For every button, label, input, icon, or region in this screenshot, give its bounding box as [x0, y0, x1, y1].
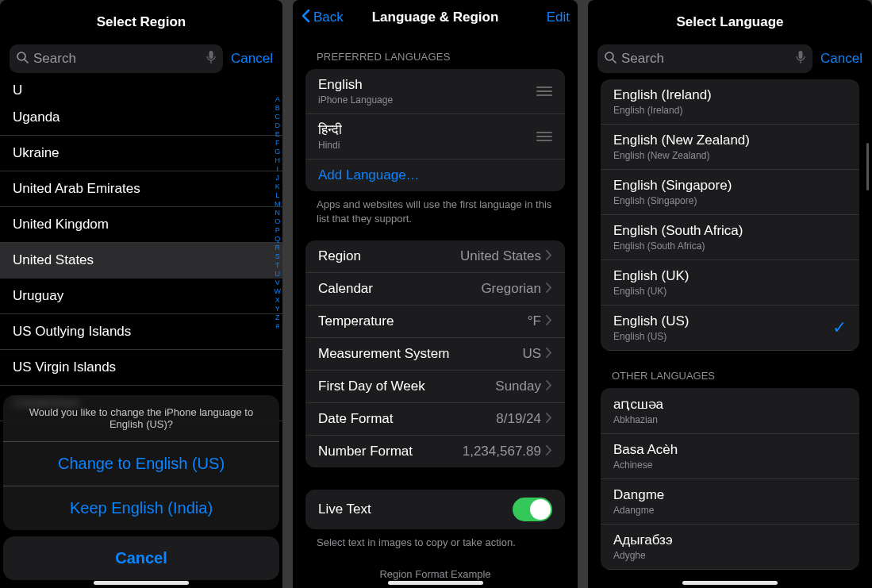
action-sheet-message: Would you like to change the iPhone lang…: [3, 395, 279, 442]
home-indicator[interactable]: [682, 581, 778, 585]
section-header: PREFERRED LANGUAGES: [293, 35, 578, 69]
checkmark-icon: ✓: [832, 317, 847, 338]
add-language-button[interactable]: Add Language…: [305, 159, 565, 191]
region-row[interactable]: RegionUnited States: [305, 240, 565, 273]
section-footer: Apps and websites will use the first lan…: [293, 191, 578, 240]
english-variants-list: English (Ireland)English (Ireland) Engli…: [601, 79, 859, 351]
preferred-language-row[interactable]: English iPhone Language: [305, 69, 565, 114]
page-title: Select Language: [588, 0, 872, 44]
calendar-row[interactable]: CalendarGregorian: [305, 273, 565, 306]
chevron-right-icon: [546, 379, 552, 394]
measurement-row[interactable]: Measurement SystemUS: [305, 338, 565, 371]
drag-handle-icon[interactable]: [536, 132, 552, 141]
svg-line-1: [25, 60, 28, 63]
region-picker-screen: Select Region Search Cancel U Uganda Ukr…: [0, 0, 282, 588]
mic-icon[interactable]: [795, 50, 806, 67]
language-region-screen: Back Language & Region Edit PREFERRED LA…: [293, 0, 578, 588]
list-item[interactable]: Uruguay: [0, 279, 282, 314]
chevron-right-icon: [546, 411, 552, 427]
temperature-row[interactable]: Temperature°F: [305, 306, 565, 338]
action-sheet: Would you like to change the iPhone lang…: [3, 395, 279, 580]
section-header: OTHER LANGUAGES: [588, 351, 872, 388]
date-format-row[interactable]: Date Format8/19/24: [305, 403, 565, 436]
mic-icon[interactable]: [206, 50, 217, 67]
list-item[interactable]: US Outlying Islands: [0, 314, 282, 350]
search-placeholder: Search: [621, 51, 790, 67]
number-format-row[interactable]: Number Format1,234,567.89: [305, 436, 565, 467]
svg-rect-6: [799, 51, 803, 59]
cancel-button[interactable]: Cancel: [820, 51, 862, 67]
language-row[interactable]: English (Ireland)English (Ireland): [601, 79, 859, 125]
drag-handle-icon[interactable]: [536, 86, 552, 96]
cancel-button[interactable]: Cancel: [231, 51, 273, 67]
other-languages-list: аԥсшәаAbkhazian Basa AcèhAchinese Dangme…: [601, 388, 859, 570]
section-header: Region Format Example: [293, 554, 578, 580]
svg-rect-2: [209, 51, 213, 59]
back-button[interactable]: Back: [301, 9, 344, 27]
region-list[interactable]: U Uganda Ukraine United Arab Emirates Un…: [0, 79, 282, 421]
chevron-right-icon: [546, 313, 552, 329]
home-indicator[interactable]: [388, 581, 483, 585]
search-input[interactable]: Search: [10, 44, 223, 73]
chevron-right-icon: [546, 281, 552, 297]
region-settings-list: RegionUnited States CalendarGregorian Te…: [305, 240, 565, 467]
first-day-row[interactable]: First Day of WeekSunday: [305, 371, 565, 403]
alphabet-index-bar[interactable]: ABCDEFGHIJKLMNOPQRSTUVWXYZ#: [275, 95, 282, 331]
search-icon: [16, 51, 29, 67]
scrollbar[interactable]: [866, 143, 869, 190]
list-item[interactable]: Ukraine: [0, 136, 282, 171]
keep-language-button[interactable]: Keep English (India): [3, 486, 279, 530]
list-item[interactable]: United Kingdom: [0, 207, 282, 243]
preferred-language-row[interactable]: हिन्दी Hindi: [305, 114, 565, 159]
list-item-selected[interactable]: United States: [0, 243, 282, 279]
language-row[interactable]: English (South Africa)English (South Afr…: [601, 215, 859, 260]
preferred-languages-list: English iPhone Language हिन्दी Hindi Add…: [305, 69, 565, 191]
chevron-right-icon: [546, 346, 552, 362]
change-language-button[interactable]: Change to English (US): [3, 442, 279, 486]
svg-line-5: [613, 60, 616, 63]
language-row[interactable]: DangmeAdangme: [601, 479, 859, 525]
section-footer: Select text in images to copy or take ac…: [293, 529, 578, 553]
search-placeholder: Search: [33, 51, 201, 67]
language-row[interactable]: English (UK)English (UK): [601, 260, 859, 306]
list-item[interactable]: Uganda: [0, 100, 282, 136]
language-row[interactable]: English (New Zealand)English (New Zealan…: [601, 125, 859, 170]
live-text-row[interactable]: Live Text: [305, 490, 565, 529]
cancel-button[interactable]: Cancel: [3, 536, 279, 580]
home-indicator[interactable]: [94, 581, 189, 585]
language-row[interactable]: Basa AcèhAchinese: [601, 434, 859, 479]
search-input[interactable]: Search: [597, 44, 812, 73]
section-index-letter: U: [0, 79, 282, 100]
language-row[interactable]: English (Singapore)English (Singapore): [601, 170, 859, 215]
language-row[interactable]: АдыгабзэAdyghe: [601, 525, 859, 570]
language-row-selected[interactable]: English (US)English (US)✓: [601, 306, 859, 351]
language-row[interactable]: аԥсшәаAbkhazian: [601, 388, 859, 434]
chevron-right-icon: [546, 248, 552, 264]
live-text-group: Live Text: [305, 490, 565, 529]
live-text-switch[interactable]: [513, 498, 552, 521]
page-title: Select Region: [0, 0, 282, 44]
list-item[interactable]: US Virgin Islands: [0, 350, 282, 386]
edit-button[interactable]: Edit: [547, 10, 570, 25]
language-picker-screen: Select Language Search Cancel English (I…: [588, 0, 872, 588]
chevron-right-icon: [546, 444, 552, 459]
chevron-left-icon: [301, 9, 310, 27]
list-item[interactable]: United Arab Emirates: [0, 171, 282, 207]
search-icon: [604, 51, 617, 67]
